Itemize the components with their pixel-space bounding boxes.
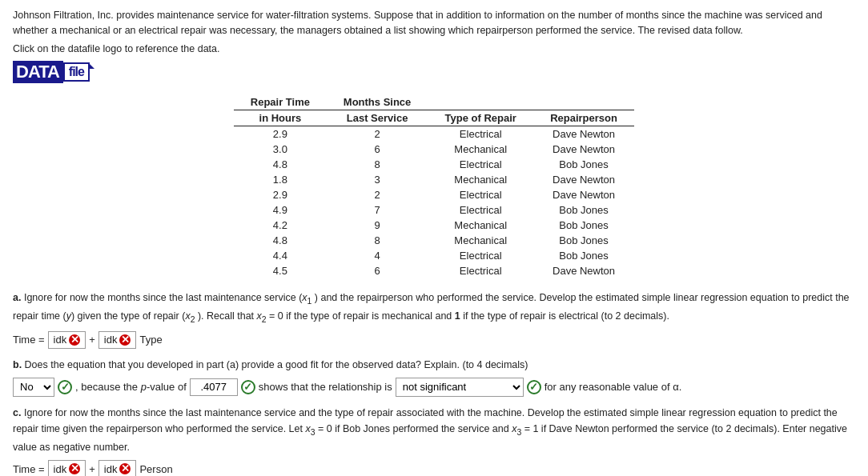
table-row: 2.92ElectricalDave Newton <box>234 187 634 202</box>
idk-text-a2: idk <box>104 334 118 346</box>
section-a-text: a. Ignore for now the months since the l… <box>13 290 855 326</box>
plus-c: + <box>89 463 95 475</box>
relationship-select[interactable]: not significant significant <box>396 378 524 397</box>
clear-icon-c2[interactable]: ✕ <box>119 463 131 474</box>
idk-input-a1[interactable]: idk ✕ <box>48 331 86 349</box>
col-subheader-hours: in Hours <box>234 110 327 126</box>
idk-input-c2[interactable]: idk ✕ <box>98 460 137 476</box>
intro-text: Johnson Filtration, Inc. provides mainte… <box>13 8 855 38</box>
section-b-no-select[interactable]: No Yes <box>13 378 54 397</box>
col-header-repair-time: Repair Time <box>234 94 327 110</box>
col-header-months-since: Months Since <box>327 94 428 110</box>
idk-text-c1: idk <box>54 463 67 475</box>
section-c-text: c. Ignore for now the months since the l… <box>13 405 855 455</box>
datafile-logo[interactable]: DATAfile <box>13 61 90 83</box>
because-text: , because the p-value of <box>75 381 187 393</box>
type-label-a: Type <box>139 334 162 346</box>
check-icon-b-rel[interactable]: ✓ <box>527 380 541 394</box>
table-row: 4.56ElectricalDave Newton <box>234 263 634 278</box>
section-c-answer-row: Time = idk ✕ + idk ✕ Person <box>13 460 855 476</box>
section-b-text: b. Does the equation that you developed … <box>13 357 855 373</box>
table-row: 4.88MechanicalBob Jones <box>234 233 634 248</box>
table-row: 2.92ElectricalDave Newton <box>234 126 634 142</box>
clear-icon-a1[interactable]: ✕ <box>69 334 80 346</box>
section-a-answer-row: Time = idk ✕ + idk ✕ Type <box>13 331 855 349</box>
time-label-a: Time = <box>13 334 45 346</box>
table-row: 4.97ElectricalBob Jones <box>234 202 634 218</box>
plus-a: + <box>89 334 95 346</box>
col-subheader-repairperson: Repairperson <box>533 110 634 126</box>
time-label-c: Time = <box>13 463 45 475</box>
table-row: 4.44ElectricalBob Jones <box>234 248 634 263</box>
table-row: 4.88ElectricalBob Jones <box>234 157 634 172</box>
section-b-answer-row: No Yes ✓ , because the p-value of ✓ show… <box>13 378 855 397</box>
data-table: Repair Time Months Since in Hours Last S… <box>234 94 634 278</box>
col-subheader-type-of-repair: Type of Repair <box>428 110 533 126</box>
check-icon-b-no[interactable]: ✓ <box>58 380 72 394</box>
idk-input-c1[interactable]: idk ✕ <box>48 460 86 476</box>
clear-icon-a2[interactable]: ✕ <box>119 334 131 346</box>
col-header-repairperson <box>533 94 634 110</box>
logo-data: DATA <box>13 61 63 83</box>
col-header-type <box>428 94 533 110</box>
logo-file: file <box>63 62 90 82</box>
person-label-c: Person <box>139 463 172 475</box>
table-row: 3.06MechanicalDave Newton <box>234 142 634 157</box>
table-row: 4.29MechanicalBob Jones <box>234 218 634 233</box>
for-text: for any reasonable value of α. <box>545 381 682 393</box>
click-text: Click on the datafile logo to reference … <box>13 43 855 54</box>
idk-input-a2[interactable]: idk ✕ <box>98 331 137 349</box>
col-subheader-last-service: Last Service <box>327 110 428 126</box>
idk-text-c2: idk <box>104 463 118 475</box>
idk-text-a1: idk <box>54 334 67 346</box>
table-row: 1.83MechanicalDave Newton <box>234 172 634 187</box>
clear-icon-c1[interactable]: ✕ <box>69 463 80 474</box>
pvalue-input[interactable] <box>190 378 238 396</box>
shows-text: shows that the relationship is <box>259 381 392 393</box>
check-icon-b-pvalue[interactable]: ✓ <box>241 380 255 394</box>
